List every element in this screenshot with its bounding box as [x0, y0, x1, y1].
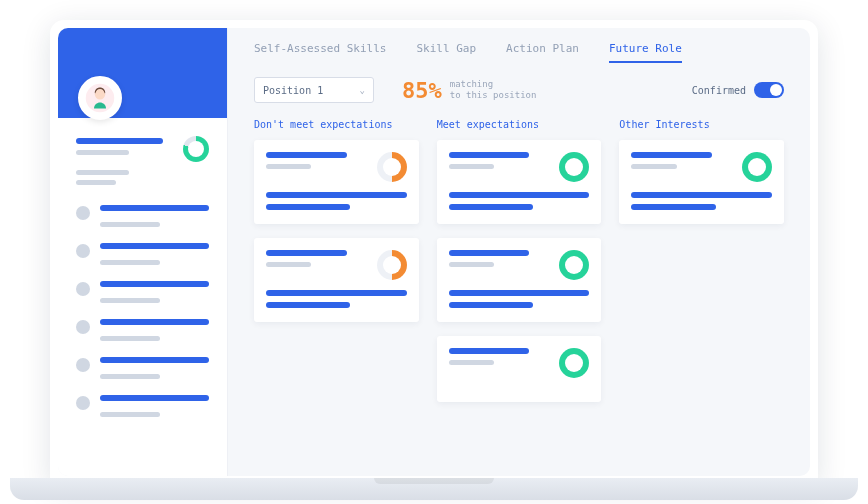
columns: Don't meet expectations	[254, 119, 784, 402]
tab-action-plan[interactable]: Action Plan	[506, 42, 579, 63]
match-percent: 85%	[402, 78, 442, 103]
avatar-icon	[85, 83, 115, 113]
tab-self-assessed[interactable]: Self-Assessed Skills	[254, 42, 386, 63]
tab-future-role[interactable]: Future Role	[609, 42, 682, 63]
confirmed-toggle[interactable]	[754, 82, 784, 98]
progress-ring-icon	[377, 250, 407, 280]
profile-block	[58, 118, 227, 201]
sidebar-item[interactable]	[76, 281, 209, 309]
position-select-value: Position 1	[263, 85, 323, 96]
laptop-frame: Self-Assessed Skills Skill Gap Action Pl…	[50, 20, 818, 484]
column-dont-meet: Don't meet expectations	[254, 119, 419, 402]
progress-ring-icon	[559, 250, 589, 280]
tab-skill-gap[interactable]: Skill Gap	[416, 42, 476, 63]
skill-card[interactable]	[254, 140, 419, 224]
confirmed-control: Confirmed	[692, 82, 784, 98]
column-header: Other Interests	[619, 119, 784, 130]
tabs: Self-Assessed Skills Skill Gap Action Pl…	[254, 42, 784, 63]
progress-ring-icon	[742, 152, 772, 182]
controls-row: Position 1 ⌄ 85% matchingto this positio…	[254, 77, 784, 103]
skill-card[interactable]	[254, 238, 419, 322]
skill-card[interactable]	[619, 140, 784, 224]
progress-ring-icon	[559, 152, 589, 182]
column-header: Meet expectations	[437, 119, 602, 130]
progress-ring-icon	[559, 348, 589, 378]
sidebar	[58, 28, 228, 476]
column-header: Don't meet expectations	[254, 119, 419, 130]
sidebar-list	[58, 201, 227, 441]
sidebar-item[interactable]	[76, 243, 209, 271]
skill-card[interactable]	[437, 238, 602, 322]
column-other: Other Interests	[619, 119, 784, 402]
sidebar-item[interactable]	[76, 319, 209, 347]
column-meet: Meet expectations	[437, 119, 602, 402]
avatar[interactable]	[78, 76, 122, 120]
sidebar-item[interactable]	[76, 395, 209, 423]
app-screen: Self-Assessed Skills Skill Gap Action Pl…	[58, 28, 810, 476]
position-select[interactable]: Position 1 ⌄	[254, 77, 374, 103]
match-label: matchingto this position	[450, 79, 537, 101]
profile-progress-ring	[183, 136, 209, 162]
sidebar-item[interactable]	[76, 205, 209, 233]
skill-card[interactable]	[437, 336, 602, 402]
chevron-down-icon: ⌄	[360, 85, 365, 95]
laptop-base	[10, 478, 858, 500]
sidebar-item[interactable]	[76, 357, 209, 385]
sidebar-header	[58, 28, 227, 118]
match-indicator: 85% matchingto this position	[402, 78, 536, 103]
confirmed-label: Confirmed	[692, 85, 746, 96]
skill-card[interactable]	[437, 140, 602, 224]
progress-ring-icon	[377, 152, 407, 182]
main: Self-Assessed Skills Skill Gap Action Pl…	[228, 28, 810, 476]
